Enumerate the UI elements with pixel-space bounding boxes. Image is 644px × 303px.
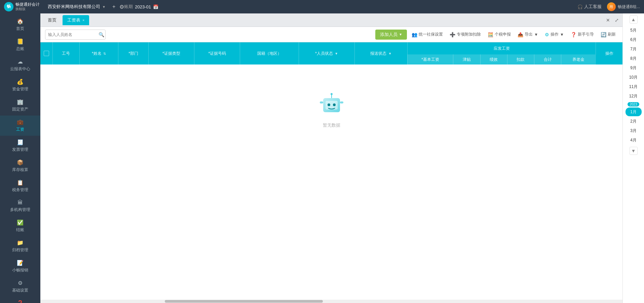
settings-icon[interactable]: ⚙ xyxy=(119,4,124,10)
th-actions: 操作 xyxy=(596,42,622,64)
sidebar-item-assets[interactable]: 🏢 固定资产 xyxy=(0,95,40,116)
sidebar-item-ledger[interactable]: 📒 总账 xyxy=(0,35,40,55)
search-icon: 🔍 xyxy=(99,32,104,37)
add-person-button[interactable]: 添加人员 ▼ xyxy=(375,30,407,40)
month-1[interactable]: 1月 xyxy=(626,107,642,116)
th-salary-group: 应发工资 xyxy=(407,42,596,54)
sidebar-label-tax: 税务管理 xyxy=(12,187,28,193)
ledger-icon: 📒 xyxy=(17,38,24,45)
avatar: 用 xyxy=(607,2,616,11)
calendar-icon[interactable]: 📅 xyxy=(153,4,158,9)
sidebar-item-settings[interactable]: ⚙ 基础设置 xyxy=(0,276,40,297)
sidebar-item-cloud[interactable]: ☁ 云报表中心 xyxy=(0,55,40,75)
th-dept: *部门 xyxy=(118,42,148,64)
search-input[interactable] xyxy=(48,32,99,37)
special-deduct-button[interactable]: ➕ 专项附加扣除 xyxy=(448,32,483,37)
sidebar-item-fund[interactable]: 💰 资金管理 xyxy=(0,75,40,95)
refresh-icon: 🔄 xyxy=(601,32,606,37)
export-arrow-icon: ▼ xyxy=(534,32,538,37)
month-3[interactable]: 3月 xyxy=(626,126,642,135)
month-panel-down[interactable]: ▼ xyxy=(630,147,638,155)
sidebar-item-archive[interactable]: 📁 归档管理 xyxy=(0,236,40,256)
period-value[interactable]: 2023-01 xyxy=(135,4,151,9)
settings-icon-side: ⚙ xyxy=(18,280,23,286)
month-4[interactable]: 4月 xyxy=(626,136,642,144)
social-settings-label: 统一社保设置 xyxy=(419,32,443,37)
tab-home[interactable]: 首页 xyxy=(43,15,61,25)
period-area: 账期 2023-01 📅 xyxy=(124,4,158,10)
select-all-checkbox[interactable] xyxy=(44,51,49,56)
sort-icon-name: ⇅ xyxy=(103,52,106,55)
operations-button[interactable]: ⚙ 操作 ▼ xyxy=(543,32,566,37)
home-tab-label: 首页 xyxy=(48,17,56,23)
sidebar-item-inventory[interactable]: 📦 库存核算 xyxy=(0,156,40,176)
sidebar-label-cloud: 云报表中心 xyxy=(10,66,30,72)
year-badge: 2023 xyxy=(628,102,639,106)
salary-table: 工号 *姓名 ⇅ *部门 *证据类型 *证据号码 国籍（地区） *人员状态 ▼ xyxy=(40,42,622,155)
th-name[interactable]: *姓名 ⇅ xyxy=(79,42,118,64)
header-actions: + ⚙ xyxy=(112,4,124,10)
checkbox-header[interactable] xyxy=(40,42,52,64)
tax-return-icon: 🧮 xyxy=(488,32,493,37)
th-name-label: *姓名 xyxy=(92,51,102,56)
month-panel-up[interactable]: ▲ xyxy=(630,15,638,24)
tab-close-icon[interactable]: × xyxy=(82,18,84,22)
month-8[interactable]: 8月 xyxy=(626,54,642,63)
scroll-thumb[interactable] xyxy=(165,300,323,303)
refresh-button[interactable]: 🔄 刷新 xyxy=(599,32,618,37)
sidebar-item-invoice[interactable]: 🧾 发票管理 xyxy=(0,136,40,156)
empty-icon xyxy=(318,91,345,118)
svg-point-2 xyxy=(328,103,330,106)
refresh-label: 刷新 xyxy=(608,32,616,37)
month-9[interactable]: 9月 xyxy=(626,63,642,72)
th-status[interactable]: *人员状态 ▼ xyxy=(299,42,354,64)
sidebar-item-home[interactable]: 🏠 首页 xyxy=(0,15,40,35)
user-area[interactable]: 用 畅捷通B组... xyxy=(607,2,640,11)
month-7[interactable]: 7月 xyxy=(626,45,642,53)
month-2[interactable]: 2月 xyxy=(626,117,642,126)
tax-icon: 📋 xyxy=(17,179,24,186)
horizontal-scrollbar[interactable] xyxy=(40,300,622,303)
sidebar-item-multi[interactable]: 🏛 多机构管理 xyxy=(0,196,40,216)
social-icon: 👥 xyxy=(412,32,417,37)
guide-toolbar-icon: ❓ xyxy=(571,32,576,37)
month-12[interactable]: 12月 xyxy=(626,92,642,100)
empty-text: 暂无数据 xyxy=(323,122,340,128)
window-close-button[interactable]: ✕ xyxy=(605,17,611,23)
th-status-label: *人员状态 xyxy=(315,51,333,56)
month-10[interactable]: 10月 xyxy=(626,73,642,82)
svg-rect-7 xyxy=(340,101,343,103)
sidebar-label-fund: 资金管理 xyxy=(12,86,28,92)
assets-icon: 🏢 xyxy=(17,99,24,105)
tab-salary[interactable]: 工资表 × xyxy=(63,15,89,25)
sidebar-item-salary[interactable]: 💼 工资 xyxy=(0,116,40,136)
tab-bar: 首页 工资表 × ✕ ⤢ xyxy=(40,13,622,27)
month-11[interactable]: 11月 xyxy=(626,82,642,91)
guide-button[interactable]: ❓ 新手引导 xyxy=(569,32,596,37)
month-picker-panel: ▲ 5月 6月 7月 8月 9月 10月 11月 12月 2023 1月 2月 … xyxy=(622,13,644,303)
export-button[interactable]: 📤 导出 ▼ xyxy=(516,32,540,37)
expense-icon: 📝 xyxy=(17,260,24,266)
service-button[interactable]: 🎧 人工客服 xyxy=(577,4,602,10)
invoice-icon: 🧾 xyxy=(17,139,24,145)
sidebar: 🏠 首页 📒 总账 ☁ 云报表中心 💰 资金管理 🏢 固定资产 💼 工资 🧾 发… xyxy=(0,13,40,303)
month-5[interactable]: 5月 xyxy=(626,26,642,35)
window-maximize-button[interactable]: ⤢ xyxy=(614,17,620,23)
sidebar-item-expense[interactable]: 📝 小畅报销 xyxy=(0,256,40,276)
th-total: 合计 xyxy=(534,54,561,64)
company-selector[interactable]: 西安虾米网络科技有限公司 ▼ xyxy=(48,4,106,10)
social-settings-button[interactable]: 👥 统一社保设置 xyxy=(410,32,445,37)
sidebar-item-guide[interactable]: ❓ 新手引导 xyxy=(0,297,40,303)
multi-icon: 🏛 xyxy=(17,200,23,206)
tax-return-button[interactable]: 🧮 个税申报 xyxy=(486,32,513,37)
right-actions: 🎧 人工客服 用 畅捷通B组... xyxy=(577,2,640,11)
export-label: 导出 xyxy=(525,32,533,37)
sidebar-label-salary: 工资 xyxy=(16,127,24,132)
th-report-status[interactable]: 报送状态 ▼ xyxy=(354,42,407,64)
add-button[interactable]: + xyxy=(112,4,115,10)
month-6[interactable]: 6月 xyxy=(626,35,642,44)
sidebar-item-tax[interactable]: 📋 税务管理 xyxy=(0,176,40,196)
chevron-down-icon: ▼ xyxy=(102,5,106,9)
sidebar-item-closing[interactable]: ✅ 结账 xyxy=(0,216,40,236)
salary-icon: 💼 xyxy=(17,119,24,125)
